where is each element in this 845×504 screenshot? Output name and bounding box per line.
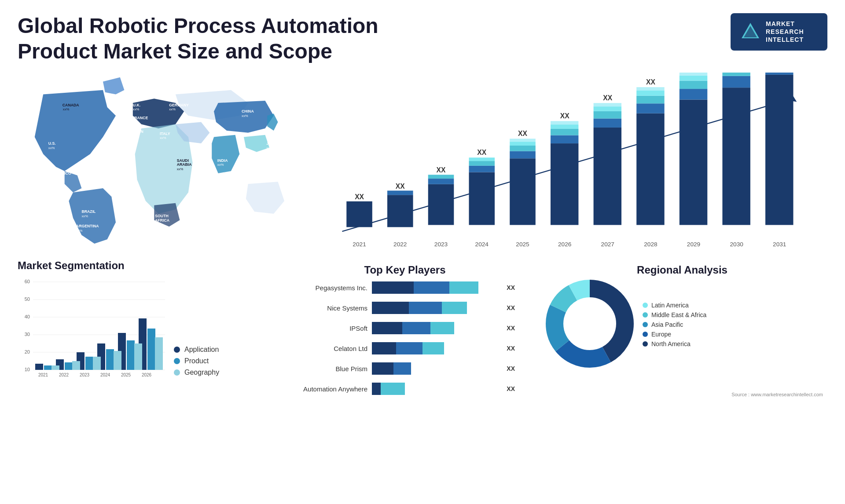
svg-rect-127 <box>134 343 142 370</box>
segmentation-chart: 60 50 40 30 20 10 <box>18 275 167 385</box>
svg-rect-63 <box>551 129 578 135</box>
svg-rect-78 <box>636 91 664 96</box>
legend-product: Product <box>174 357 219 365</box>
svg-rect-124 <box>72 361 80 370</box>
player-bar <box>372 342 499 354</box>
regional-item-europe: Europe <box>643 331 706 338</box>
svg-rect-65 <box>551 121 578 124</box>
svg-rect-36 <box>346 201 372 227</box>
geography-label: Geography <box>184 369 219 376</box>
svg-text:2029: 2029 <box>687 241 700 248</box>
svg-text:2025: 2025 <box>121 373 131 377</box>
regional-item-mea: Middle East & Africa <box>643 311 706 318</box>
logo-text: MARKET RESEARCH INTELLECT <box>766 20 804 44</box>
player-bar <box>372 281 499 294</box>
player-name: Celaton Ltd <box>295 345 367 352</box>
svg-text:40: 40 <box>25 314 30 319</box>
bar-chart-section: XX 2021 XX 2022 XX 2023 XX 2024 <box>308 68 827 257</box>
apac-label: Asia Pacific <box>651 321 683 328</box>
svg-text:20: 20 <box>25 349 30 354</box>
northam-dot <box>643 341 648 347</box>
svg-text:xx%: xx% <box>63 108 70 112</box>
donut-chart <box>546 280 634 368</box>
svg-rect-43 <box>428 184 454 225</box>
svg-text:10: 10 <box>25 367 30 372</box>
svg-rect-61 <box>551 143 578 225</box>
svg-text:2022: 2022 <box>393 241 407 248</box>
segmentation-title: Market Segmentation <box>18 259 273 272</box>
svg-rect-122 <box>147 329 155 370</box>
svg-rect-91 <box>722 76 750 88</box>
players-section: Top Key Players Pegasystems Inc. XX Nice… <box>282 259 528 387</box>
svg-rect-125 <box>93 357 101 370</box>
player-value: XX <box>507 325 515 332</box>
player-name: Pegasystems Inc. <box>295 284 367 292</box>
svg-text:xx%: xx% <box>76 229 83 233</box>
page-header: Global Robotic Process Automation Produc… <box>0 0 845 68</box>
product-dot <box>174 358 180 364</box>
mea-label: Middle East & Africa <box>651 311 706 318</box>
application-label: Application <box>184 346 219 354</box>
logo: MARKET RESEARCH INTELLECT <box>731 13 827 51</box>
svg-rect-39 <box>387 195 413 227</box>
svg-text:2024: 2024 <box>100 373 110 377</box>
svg-text:xx%: xx% <box>56 176 62 180</box>
regional-title: Regional Analysis <box>546 264 819 276</box>
svg-text:XX: XX <box>355 193 364 201</box>
svg-rect-54 <box>510 158 536 225</box>
svg-text:XX: XX <box>646 79 655 86</box>
svg-text:ARABIA: ARABIA <box>177 163 192 167</box>
regional-item-apac: Asia Pacific <box>643 321 706 328</box>
player-name: Blue Prism <box>295 365 367 373</box>
source-text: Source : www.marketresearchintellect.com <box>731 392 823 397</box>
apac-dot <box>643 322 648 327</box>
players-title: Top Key Players <box>295 264 515 276</box>
player-value: XX <box>507 365 515 372</box>
segmentation-legend: Application Product Geography <box>174 346 219 376</box>
player-name: Nice Systems <box>295 304 367 312</box>
svg-rect-126 <box>114 351 121 370</box>
player-row: IPSoft XX <box>295 322 515 334</box>
svg-text:U.S.: U.S. <box>48 141 56 146</box>
svg-rect-48 <box>469 172 495 225</box>
svg-text:xx%: xx% <box>48 146 55 150</box>
svg-text:2027: 2027 <box>601 241 614 248</box>
svg-text:60: 60 <box>25 279 30 284</box>
svg-text:xx%: xx% <box>217 163 224 167</box>
svg-text:XX: XX <box>437 167 446 174</box>
svg-text:CHINA: CHINA <box>242 109 254 113</box>
svg-rect-71 <box>594 106 621 111</box>
logo-icon <box>739 21 761 43</box>
svg-text:2030: 2030 <box>730 241 743 248</box>
svg-rect-77 <box>636 96 664 104</box>
svg-text:xx%: xx% <box>81 214 88 218</box>
player-row: Pegasystems Inc. XX <box>295 281 515 294</box>
svg-text:GERMANY: GERMANY <box>169 103 189 107</box>
svg-rect-40 <box>387 191 413 195</box>
svg-text:XX: XX <box>396 183 405 190</box>
legend-geography: Geography <box>174 369 219 376</box>
player-name: IPSoft <box>295 325 367 332</box>
svg-text:SPAIN: SPAIN <box>132 129 143 134</box>
svg-text:50: 50 <box>25 296 30 302</box>
svg-rect-79 <box>636 87 664 91</box>
svg-text:ARGENTINA: ARGENTINA <box>76 224 99 228</box>
svg-text:30: 30 <box>25 332 30 337</box>
player-row: Automation Anywhere XX <box>295 383 515 395</box>
svg-point-140 <box>566 299 614 348</box>
player-row: Nice Systems XX <box>295 302 515 314</box>
regional-section: Regional Analysis Lat <box>537 259 827 387</box>
svg-rect-62 <box>551 135 578 144</box>
svg-text:MEXICO: MEXICO <box>56 171 71 175</box>
market-segmentation-section: Market Segmentation 60 50 40 30 20 10 <box>18 259 273 387</box>
player-value: XX <box>507 304 515 311</box>
svg-text:xx%: xx% <box>132 134 139 138</box>
svg-text:AFRICA: AFRICA <box>155 218 170 223</box>
svg-rect-44 <box>428 179 454 184</box>
player-value: XX <box>507 385 515 392</box>
svg-text:2028: 2028 <box>644 241 657 248</box>
svg-text:2023: 2023 <box>434 241 448 248</box>
svg-text:xx%: xx% <box>133 108 140 112</box>
svg-rect-58 <box>510 139 536 142</box>
application-dot <box>174 347 180 353</box>
